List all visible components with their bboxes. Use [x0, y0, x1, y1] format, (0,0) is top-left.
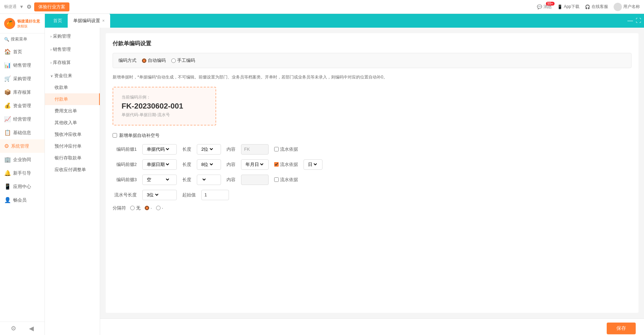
message-btn[interactable]: 💬 消息 99+ — [537, 4, 552, 10]
length2-select[interactable]: 8位 6位 — [197, 159, 221, 170]
top-bar-left: 畅捷通 ▼ ⚙ 体验行业方案 — [4, 2, 534, 11]
sidebar-item-label: 基础信息 — [13, 130, 31, 136]
content2-select[interactable]: 年月日 年月 年 — [241, 159, 269, 170]
save-button[interactable]: 保存 — [607, 323, 636, 334]
sub-menu-item-bank[interactable]: 银行存取款单 — [45, 152, 100, 164]
tab-home[interactable]: 首页 — [48, 14, 68, 28]
sidebar-item-appcenter[interactable]: 📱 应用中心 — [0, 180, 45, 193]
sub-menu-item-payment[interactable]: 付款单 — [45, 93, 100, 105]
content-wrapper: 首页 单据编码设置 × — ⛶ › 采购管理 — [45, 14, 644, 335]
serial-follow2-checkbox[interactable] — [274, 162, 279, 167]
doc-code-tab-label: 单据编码设置 — [73, 18, 100, 24]
chevron-down-icon[interactable]: ▼ — [19, 4, 24, 9]
sidebar-item-operation[interactable]: 📈 经营管理 — [0, 112, 45, 126]
sidebar-item-system[interactable]: ⚙ 系统管理 — [0, 139, 45, 153]
settings-icon[interactable]: ⚙ — [27, 3, 31, 10]
tab-maximize-icon[interactable]: ⛶ — [636, 18, 641, 24]
sidebar-item-guide[interactable]: 🔔 新手引导 — [0, 166, 45, 180]
content2-select-input[interactable]: 年月日 年月 年 — [244, 161, 265, 167]
auto-code-label: 自动编码 — [148, 57, 166, 64]
bottom-collapse-btn[interactable]: ◀ — [29, 325, 34, 332]
auto-code-radio[interactable] — [142, 58, 146, 63]
sidebar-item-finance[interactable]: 💰 资金管理 — [0, 99, 45, 112]
content1-input[interactable] — [241, 144, 269, 155]
sidebar-item-sales[interactable]: 📊 销售管理 — [0, 58, 45, 72]
sidebar: 🍊 畅捷通好生意 旗舰版 🔍 搜索菜单 🏠 首页 📊 销售管理 🛒 采购管理 📦… — [0, 14, 45, 335]
user-menu[interactable]: 用户名称 — [614, 3, 640, 11]
sub-sidebar: › 采购管理 › 销售管理 › 库存核算 — [45, 28, 100, 335]
serial-length-select[interactable]: 3位 4位 5位 — [142, 190, 177, 200]
prefix2-select[interactable]: 单据日期 单据代码 空 部门 业务员 — [142, 159, 177, 170]
length2-label: 长度 — [182, 161, 191, 168]
sidebar-search[interactable]: 🔍 搜索菜单 — [0, 34, 45, 45]
sub-menu-item-prepay-pay[interactable]: 预付冲应付单 — [45, 140, 100, 152]
sales-icon: 📊 — [4, 62, 11, 68]
sub-menu-item-ar-adjust[interactable]: 应收应付调整单 — [45, 164, 100, 176]
length3-select-input[interactable] — [200, 177, 207, 183]
length2-select-input[interactable]: 8位 6位 — [200, 161, 214, 167]
prefix2-row: 编码前缀2 单据日期 单据代码 空 部门 业务员 长度 — [113, 159, 632, 170]
sub-menu-title-funds[interactable]: ∨ 资金往来 — [45, 70, 100, 82]
day-select-input[interactable]: 日 月 — [307, 161, 318, 167]
sub-menu-title-inventory[interactable]: › 库存核算 — [45, 57, 100, 68]
info-text: 新增单据时，*单据编码*自动生成，不可编辑。前缀设置为部门、业务员等档案类。开单… — [113, 74, 632, 81]
prefix1-select[interactable]: 单据代码 单据日期 空 部门 业务员 — [142, 144, 177, 155]
home-tab-label: 首页 — [53, 18, 62, 24]
industry-btn[interactable]: 体验行业方案 — [34, 2, 69, 11]
search-label: 搜索菜单 — [11, 36, 27, 42]
main-layout: 🍊 畅捷通好生意 旗舰版 🔍 搜索菜单 🏠 首页 📊 销售管理 🛒 采购管理 📦… — [0, 14, 644, 335]
prefix3-select-input[interactable]: 空 单据代码 单据日期 部门 业务员 — [145, 177, 170, 183]
sidebar-item-enterprise[interactable]: 🏢 企业协同 — [0, 153, 45, 166]
sidebar-item-basic[interactable]: 📋 基础信息 — [0, 126, 45, 139]
day-select[interactable]: 日 月 — [304, 159, 323, 170]
auto-fill-checkbox[interactable] — [113, 133, 117, 138]
auto-code-radio-label[interactable]: 自动编码 — [142, 57, 166, 64]
prefix2-select-input[interactable]: 单据日期 单据代码 空 部门 业务员 — [145, 161, 170, 167]
serial-follow1-checkbox[interactable] — [274, 147, 279, 151]
user-name: 用户名称 — [623, 4, 640, 10]
content3-input[interactable] — [241, 175, 269, 185]
tab-bar-right: — ⛶ — [627, 18, 641, 24]
sidebar-item-label: 资金管理 — [13, 103, 31, 109]
bottom-settings-btn[interactable]: ⚙ — [11, 325, 16, 332]
prefix1-select-input[interactable]: 单据代码 单据日期 空 部门 业务员 — [145, 146, 170, 152]
online-service-btn[interactable]: 🎧 在线客服 — [585, 4, 608, 10]
app-download-btn[interactable]: 📱 App下载 — [557, 4, 579, 10]
sub-menu-item-expense[interactable]: 费用支出单 — [45, 105, 100, 117]
serial-follow2-label: 流水依据 — [274, 161, 298, 168]
prefix3-select[interactable]: 空 单据代码 单据日期 部门 业务员 — [142, 175, 177, 185]
sidebar-item-label: 系统管理 — [11, 143, 29, 149]
sub-menu-item-receipt[interactable]: 收款单 — [45, 82, 100, 93]
sidebar-item-inventory[interactable]: 📦 库存核算 — [0, 85, 45, 99]
length3-select[interactable] — [197, 175, 221, 185]
sidebar-item-member[interactable]: 👤 畅会员 — [0, 193, 45, 207]
sub-menu-title-sales[interactable]: › 销售管理 — [45, 44, 100, 55]
manual-code-radio-label[interactable]: 手工编码 — [171, 57, 195, 64]
sep-none-radio[interactable] — [130, 206, 135, 210]
encoding-method-section: 编码方式 自动编码 手工编码 — [113, 53, 632, 68]
tab-close-icon[interactable]: × — [102, 18, 105, 23]
tab-document-code[interactable]: 单据编码设置 × — [68, 14, 110, 28]
sub-menu-title-purchase[interactable]: › 采购管理 — [45, 30, 100, 42]
logo-text: 畅捷通好生意 旗舰版 — [17, 19, 40, 29]
manual-code-radio[interactable] — [171, 58, 176, 63]
serial-follow3-checkbox[interactable] — [274, 177, 279, 182]
sub-menu-item-prepay-recv[interactable]: 预收冲应收单 — [45, 129, 100, 140]
sep-dot-label[interactable]: · — [145, 205, 152, 211]
serial-length-select-input[interactable]: 3位 4位 5位 — [145, 192, 160, 198]
bottom-bar: 保存 — [100, 318, 644, 335]
length1-select-input[interactable]: 2位 4位 — [200, 146, 214, 152]
auto-fill-row: 新增单据自动补空号 — [113, 132, 632, 139]
sep-dash-label[interactable]: · — [156, 205, 163, 211]
sub-menu-item-other-income[interactable]: 其他收入单 — [45, 117, 100, 129]
sep-dash-radio[interactable] — [156, 206, 161, 210]
prefix2-label: 编码前缀2 — [113, 161, 137, 168]
sep-none-label[interactable]: 无 — [130, 205, 141, 211]
sidebar-item-home[interactable]: 🏠 首页 — [0, 45, 45, 58]
start-value-input[interactable] — [201, 190, 229, 200]
system-icon: ⚙ — [4, 143, 9, 149]
tab-minimize-icon[interactable]: — — [627, 18, 633, 24]
sidebar-item-purchase[interactable]: 🛒 采购管理 — [0, 72, 45, 85]
length1-select[interactable]: 2位 4位 — [197, 144, 221, 155]
sep-dot-radio[interactable] — [145, 206, 149, 210]
